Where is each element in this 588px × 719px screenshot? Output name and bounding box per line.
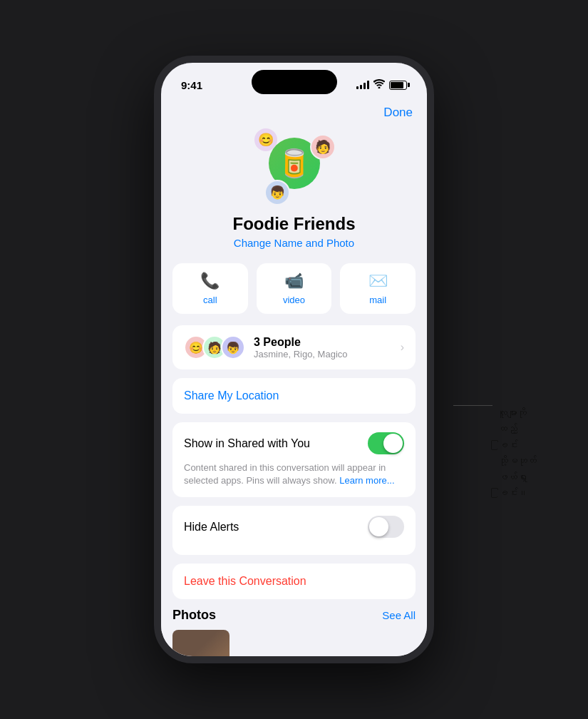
- share-location-section: Share My Location: [172, 378, 416, 414]
- group-info: 😊 🥫 🧑 👦 Foodie Friends Change Name and P…: [161, 120, 427, 263]
- photos-header: Photos See All: [172, 608, 416, 623]
- shared-with-you-section: Show in Shared with You Content shared i…: [172, 422, 416, 497]
- mail-button[interactable]: ✉️ mail: [340, 263, 416, 314]
- learn-more-link[interactable]: Learn more...: [339, 475, 394, 486]
- video-icon: 📹: [284, 272, 304, 290]
- toggle-thumb-on: [383, 434, 403, 453]
- phone-icon: 📞: [200, 272, 220, 290]
- hide-alerts-label: Hide Alerts: [184, 521, 239, 534]
- person-avatar-3: 👦: [221, 335, 245, 360]
- people-count: 3 People: [254, 336, 401, 349]
- people-avatars: 😊 🧑 👦: [184, 335, 245, 360]
- hide-alerts-section: Hide Alerts: [172, 506, 416, 555]
- group-name: Foodie Friends: [232, 214, 355, 234]
- bar1: [356, 86, 359, 89]
- battery-fill: [391, 82, 403, 88]
- can-food-icon: 🥫: [277, 148, 311, 179]
- shared-with-you-toggle[interactable]: [368, 432, 404, 454]
- photos-title: Photos: [172, 608, 216, 623]
- status-bar: 9:41: [161, 63, 427, 98]
- people-info: 3 People Jasmine, Rigo, Magico: [254, 336, 401, 360]
- bar3: [363, 83, 366, 89]
- change-name-link[interactable]: Change Name and Photo: [234, 237, 354, 249]
- phone-frame: 9:41 Done: [154, 56, 434, 663]
- chevron-right-icon: ›: [401, 341, 404, 354]
- call-label: call: [203, 295, 217, 305]
- video-button[interactable]: 📹 video: [257, 263, 332, 314]
- see-all-button[interactable]: See All: [382, 609, 416, 621]
- photos-grid: 🧑: [172, 630, 416, 656]
- share-location-text: Share My Location: [184, 389, 279, 402]
- bar2: [360, 85, 362, 89]
- bar4: [367, 81, 369, 89]
- wifi-icon: [373, 79, 385, 91]
- dynamic-island: [252, 70, 337, 94]
- photo-thumb-1[interactable]: 🧑: [172, 630, 229, 656]
- action-buttons: 📞 call 📹 video ✉️ mail: [161, 263, 427, 314]
- photos-section: Photos See All 🧑: [172, 608, 416, 656]
- annotation-line-container: [453, 405, 492, 406]
- status-icons: [356, 79, 407, 91]
- avatar-bottom-left: 👦: [264, 180, 290, 205]
- mail-label: mail: [369, 295, 386, 305]
- done-button[interactable]: Done: [383, 106, 413, 120]
- annotation-line: [453, 405, 492, 406]
- call-button[interactable]: 📞 call: [172, 263, 248, 314]
- toggle-thumb-off: [369, 517, 388, 536]
- people-section: 😊 🧑 👦 3 People Jasmine, Rigo, Magico ›: [172, 325, 416, 369]
- avatar-cluster: 😊 🥫 🧑 👦: [252, 127, 337, 205]
- sheet: Done 😊 🥫 🧑 👦 Foodie Friends Change Name …: [161, 98, 427, 656]
- people-list-item[interactable]: 😊 🧑 👦 3 People Jasmine, Rigo, Magico ›: [172, 325, 416, 369]
- signal-bars-icon: [356, 81, 369, 89]
- video-label: video: [283, 295, 305, 305]
- status-time: 9:41: [181, 79, 202, 91]
- leave-section: Leave this Conversation: [172, 564, 416, 599]
- outer-wrapper: 9:41 Done: [154, 56, 434, 663]
- sheet-container: Done 😊 🥫 🧑 👦 Foodie Friends Change Name …: [161, 98, 427, 656]
- battery-icon: [389, 81, 407, 90]
- annotation-outside: လူများကို ထည့်ခြင်း သို့မဟုတ် ဖယ်ရှားခြင…: [453, 405, 537, 501]
- sheet-header: Done: [161, 98, 427, 120]
- hide-alerts-row: Hide Alerts: [184, 516, 404, 538]
- shared-with-you-description: Content shared in this conversation will…: [184, 462, 404, 487]
- shared-with-you-row: Show in Shared with You: [184, 432, 404, 454]
- shared-with-you-label: Show in Shared with You: [184, 437, 310, 450]
- leave-text[interactable]: Leave this Conversation: [184, 575, 306, 587]
- annotation-text: လူများကို ထည့်ခြင်း သို့မဟုတ် ဖယ်ရှားခြင…: [498, 405, 537, 501]
- hide-alerts-toggle[interactable]: [368, 516, 404, 538]
- mail-icon: ✉️: [368, 272, 388, 290]
- people-names: Jasmine, Rigo, Magico: [254, 349, 401, 360]
- share-location-item[interactable]: Share My Location: [172, 378, 416, 414]
- avatar-top-right: 🧑: [310, 134, 336, 160]
